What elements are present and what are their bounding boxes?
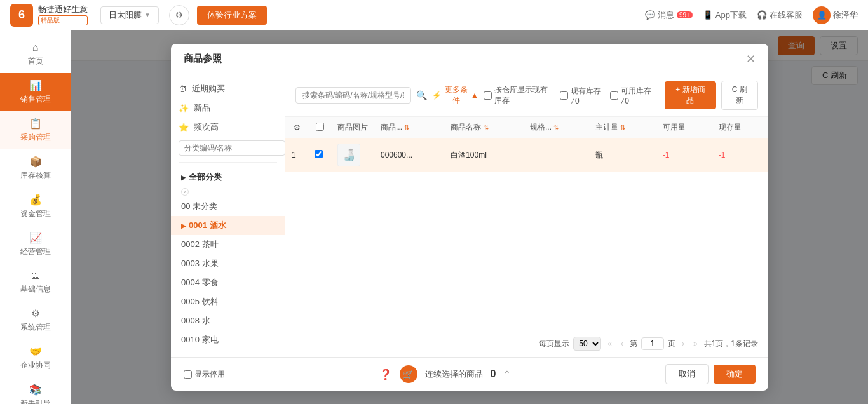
cart-icon[interactable]: 🛒: [400, 365, 417, 383]
next-page-button[interactable]: ›: [679, 338, 687, 349]
category-item-0002[interactable]: 0002 茶叶: [171, 235, 285, 254]
enterprise-icon: 🤝: [29, 346, 42, 358]
sidebar-label-basic-info: 基础信息: [20, 284, 51, 295]
category-item-0001[interactable]: ▶ 0001 酒水: [171, 216, 285, 235]
warehouse-display-checkbox[interactable]: 按仓库显示现有库存: [484, 84, 555, 106]
user-item[interactable]: 👤 徐泽华: [813, 6, 858, 24]
th-code-label: 商品...: [381, 123, 402, 131]
trial-button[interactable]: 体验行业方案: [197, 6, 267, 25]
product-search-button[interactable]: 🔍: [416, 90, 427, 100]
sidebar-item-sales[interactable]: 📊 销售管理: [0, 73, 71, 111]
toolbar: 🔍 ⚡ 更多条件 ▲ 按仓库显示现有库存: [285, 74, 768, 117]
category-code-0002: 0002 茶叶: [181, 239, 219, 250]
category-item-0004[interactable]: 0004 零食: [171, 273, 285, 292]
warehouse-checkbox-input[interactable]: [484, 91, 492, 100]
sidebar-item-guide[interactable]: 📚 新手引导: [0, 377, 71, 404]
message-icon: 💬: [645, 10, 655, 20]
category-item-00[interactable]: 00 未分类: [171, 197, 285, 216]
sidebar-item-inventory[interactable]: 📦 库存核算: [0, 149, 71, 187]
category-code-00: 00 未分类: [181, 201, 217, 212]
online-service-label: 在线客服: [770, 10, 803, 21]
row-checkbox[interactable]: [315, 150, 323, 158]
quick-btn-new[interactable]: ✨ 新品: [171, 98, 285, 118]
recent-icon: ⏱: [179, 84, 187, 94]
th-checkbox[interactable]: [308, 117, 331, 138]
collapse-btn[interactable]: «: [181, 188, 189, 196]
nav-selector[interactable]: 日太阳膜 ▼: [100, 6, 159, 24]
nav-right: 💬 消息 99+ 📱 App下载 🎧 在线客服 👤 徐泽华: [645, 6, 858, 24]
content-area: 查询 设置 C 刷新 商品参照 ✕: [71, 30, 868, 404]
message-item[interactable]: 💬 消息 99+: [645, 10, 693, 21]
recent-label: 近期购买: [192, 83, 225, 95]
select-all-checkbox[interactable]: [316, 123, 324, 131]
page-size-select[interactable]: 50: [573, 337, 601, 351]
category-item-0003[interactable]: 0003 水果: [171, 254, 285, 273]
cancel-button[interactable]: 取消: [665, 364, 709, 384]
usable-checkbox[interactable]: 可用库存≠0: [610, 86, 654, 105]
confirm-button[interactable]: 确定: [714, 365, 756, 384]
help-icon[interactable]: ❓: [379, 368, 392, 380]
sort-icon-spec: ⇅: [553, 124, 559, 131]
quick-btn-frequent[interactable]: ⭐ 频次高: [171, 118, 285, 137]
top-nav: 6 畅捷通好生意 精品版 日太阳膜 ▼ ⚙ 体验行业方案 💬 消息 99+ 📱 …: [0, 0, 868, 30]
show-disabled-input[interactable]: [184, 370, 192, 379]
sidebar-item-system[interactable]: ⚙ 系统管理: [0, 301, 71, 339]
sidebar-item-home[interactable]: ⌂ 首页: [0, 36, 71, 73]
th-name[interactable]: 商品名称 ⇅: [444, 117, 524, 138]
prev-page-button[interactable]: ‹: [618, 338, 626, 349]
sort-icon-code: ⇅: [404, 124, 409, 131]
pagination: 每页显示 50 « ‹ 第 页 › » 共1页，1条记录: [285, 330, 768, 357]
th-image: 商品图片: [331, 117, 374, 138]
category-all[interactable]: ▶ 全部分类: [171, 168, 285, 187]
available-checkbox-input[interactable]: [560, 91, 568, 100]
sidebar-item-operations[interactable]: 📈 经营管理: [0, 226, 71, 264]
td-code: 000600...: [374, 138, 444, 172]
td-checkbox[interactable]: [308, 138, 331, 172]
sidebar-item-enterprise[interactable]: 🤝 企业协同: [0, 339, 71, 377]
category-search-row: 🔍: [171, 137, 285, 159]
product-search-input[interactable]: [295, 87, 411, 104]
sort-icon-name: ⇅: [484, 124, 489, 131]
chevron-down-icon: ▼: [144, 11, 151, 18]
th-code[interactable]: 商品... ⇅: [374, 117, 444, 138]
quick-btn-recent[interactable]: ⏱ 近期购买: [171, 79, 285, 98]
app-download-label: App下载: [715, 10, 747, 21]
category-search-input[interactable]: [179, 140, 285, 156]
last-page-button[interactable]: »: [691, 338, 700, 349]
sidebar-item-finance[interactable]: 💰 资金管理: [0, 187, 71, 226]
th-settings[interactable]: ⚙: [285, 117, 308, 138]
modal-footer: 显示停用 ❓ 🛒 连续选择的商品 0 ⌃ 取消 确定: [171, 357, 768, 391]
refresh-button[interactable]: C 刷新: [721, 81, 758, 110]
new-icon: ✨: [179, 104, 189, 113]
close-icon[interactable]: ✕: [746, 52, 756, 66]
sidebar-item-purchase[interactable]: 📋 采购管理: [0, 111, 71, 149]
th-stock: 现存量: [712, 117, 768, 138]
modal-title: 商品参照: [184, 53, 222, 65]
logo-area: 6 畅捷通好生意 精品版: [10, 4, 88, 27]
available-checkbox[interactable]: 现有库存≠0: [560, 86, 604, 105]
app-download-item[interactable]: 📱 App下载: [703, 10, 747, 21]
footer-left: 显示停用: [184, 369, 225, 380]
sidebar-label-enterprise: 企业协同: [20, 360, 51, 371]
category-item-0005[interactable]: 0005 饮料: [171, 292, 285, 311]
settings-button[interactable]: ⚙: [169, 5, 189, 25]
table-row[interactable]: 1 🍶 000600... 白酒100ml 瓶: [285, 138, 768, 172]
first-page-button[interactable]: «: [605, 338, 614, 349]
filter-button[interactable]: ⚡ 更多条件 ▲: [432, 84, 478, 106]
online-service-item[interactable]: 🎧 在线客服: [757, 10, 803, 21]
filter-icon: ⚡: [432, 91, 442, 100]
category-item-0008[interactable]: 0008 水: [171, 311, 285, 330]
add-product-button[interactable]: + 新增商品: [665, 81, 715, 109]
modal-header: 商品参照 ✕: [171, 44, 768, 74]
category-item-0010[interactable]: 0010 家电: [171, 330, 285, 349]
sidebar-label-finance: 资金管理: [20, 208, 51, 219]
th-name-label: 商品名称: [451, 123, 481, 131]
page-input[interactable]: [641, 337, 664, 350]
chevron-up-icon[interactable]: ⌃: [503, 369, 511, 379]
th-unit[interactable]: 主计量 ⇅: [589, 117, 656, 138]
th-spec[interactable]: 规格... ⇅: [524, 117, 589, 138]
show-disabled-checkbox[interactable]: 显示停用: [184, 369, 225, 380]
modal-body: ⏱ 近期购买 ✨ 新品 ⭐ 频次高: [171, 74, 768, 357]
sidebar-item-basic-info[interactable]: 🗂 基础信息: [0, 264, 71, 301]
usable-checkbox-input[interactable]: [610, 91, 618, 100]
